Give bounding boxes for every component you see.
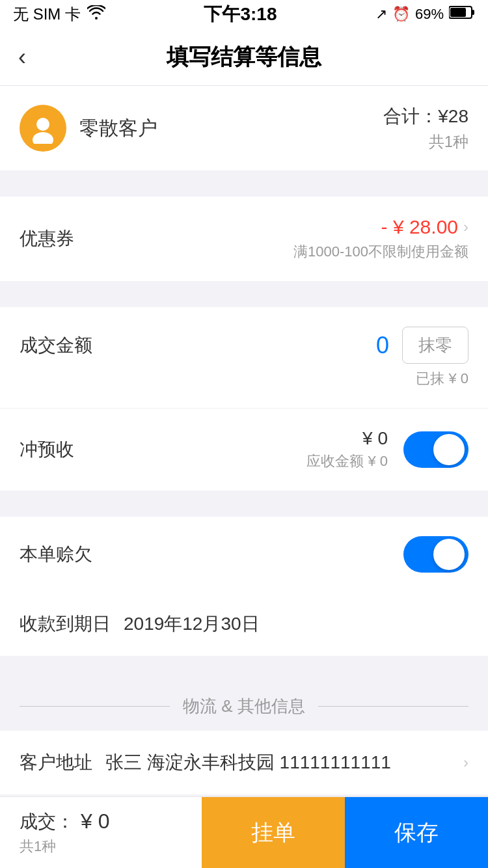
- coupon-row[interactable]: 优惠券 - ¥ 28.00 › 满1000-100不限制使用金额: [0, 197, 488, 281]
- due-date-row: 收款到期日 2019年12月30日: [0, 592, 488, 656]
- address-row[interactable]: 客户地址 张三 海淀永丰科技园 11111111111 ›: [0, 731, 488, 794]
- customer-left: 零散客户: [20, 105, 157, 152]
- customer-total: 合计：¥28: [383, 104, 468, 129]
- svg-point-3: [36, 118, 49, 131]
- transaction-label: 成交金额: [20, 333, 92, 358]
- bottom-deal-amount: ¥ 0: [81, 809, 109, 834]
- already-rounded-text: 已抹 ¥ 0: [20, 369, 468, 388]
- carrier-label: 无 SIM 卡: [13, 4, 81, 25]
- customer-card: 零散客户 合计：¥28 共1种: [0, 86, 488, 170]
- transaction-card: 成交金额 0 抹零 已抹 ¥ 0 冲预收 ¥ 0 应收金额 ¥ 0: [0, 307, 488, 491]
- svg-point-4: [33, 132, 53, 144]
- debt-row: 本单赊欠: [0, 517, 488, 592]
- logistics-divider: 物流 & 其他信息: [20, 695, 468, 718]
- customer-name: 零散客户: [79, 115, 157, 142]
- address-chevron-icon: ›: [463, 753, 468, 772]
- divider-1: [0, 183, 488, 197]
- prereceive-amounts: ¥ 0 应收金额 ¥ 0: [306, 428, 388, 471]
- due-date-value: 2019年12月30日: [124, 612, 260, 636]
- prereceive-toggle[interactable]: [403, 431, 468, 468]
- prereceive-sub-amount: 应收金额 ¥ 0: [306, 452, 388, 471]
- status-left: 无 SIM 卡: [13, 4, 105, 25]
- prereceive-right: ¥ 0 应收金额 ¥ 0: [306, 428, 468, 471]
- battery-pct: 69%: [415, 6, 444, 23]
- logistics-header: 物流 & 其他信息: [0, 682, 488, 731]
- transaction-value: 0: [376, 332, 389, 359]
- customer-avatar: [20, 105, 66, 152]
- coupon-card[interactable]: 优惠券 - ¥ 28.00 › 满1000-100不限制使用金额: [0, 197, 488, 281]
- customer-row: 零散客户 合计：¥28 共1种: [0, 86, 488, 170]
- due-date-label: 收款到期日: [20, 612, 111, 636]
- address-card[interactable]: 客户地址 张三 海淀永丰科技园 11111111111 ›: [0, 731, 488, 794]
- status-right: ↗ ⏰ 69%: [375, 5, 475, 23]
- debt-toggle-knob: [433, 539, 465, 570]
- suspend-button[interactable]: 挂单: [202, 797, 345, 869]
- page-title: 填写结算等信息: [167, 42, 321, 72]
- svg-rect-2: [450, 8, 466, 17]
- status-bar: 无 SIM 卡 下午3:18 ↗ ⏰ 69%: [0, 0, 488, 29]
- transaction-section: 成交金额 0 抹零 已抹 ¥ 0: [0, 307, 488, 409]
- transaction-right: 0 抹零: [376, 327, 468, 364]
- customer-summary: 合计：¥28 共1种: [383, 104, 468, 152]
- alarm-icon: ⏰: [392, 6, 410, 23]
- transaction-row: 成交金额 0 抹零: [20, 327, 468, 364]
- prereceive-main-amount: ¥ 0: [306, 428, 388, 449]
- nav-bar: ‹ 填写结算等信息: [0, 29, 488, 86]
- coupon-amount: - ¥ 28.00: [381, 216, 458, 238]
- coupon-chevron-icon: ›: [463, 218, 468, 236]
- debt-toggle[interactable]: [403, 536, 468, 573]
- bottom-count: 共1种: [20, 837, 182, 856]
- prereceive-section: 冲预收 ¥ 0 应收金额 ¥ 0: [0, 409, 488, 491]
- coupon-right: - ¥ 28.00 › 满1000-100不限制使用金额: [293, 216, 468, 262]
- divider-2: [0, 294, 488, 307]
- prereceive-toggle-knob: [433, 434, 465, 465]
- location-icon: ↗: [375, 6, 387, 23]
- address-value: 张三 海淀永丰科技园 11111111111: [105, 750, 458, 775]
- address-label: 客户地址: [20, 750, 92, 775]
- bottom-deal-label: 成交：: [20, 809, 74, 834]
- logistics-label: 物流 & 其他信息: [183, 695, 305, 718]
- coupon-label: 优惠券: [20, 226, 74, 251]
- prereceive-row: 冲预收 ¥ 0 应收金额 ¥ 0: [20, 428, 468, 471]
- svg-rect-1: [472, 10, 474, 15]
- bottom-bar: 成交： ¥ 0 共1种 挂单 保存: [0, 796, 488, 868]
- bottom-info: 成交： ¥ 0 共1种: [0, 809, 202, 856]
- divider-4: [0, 669, 488, 682]
- customer-count: 共1种: [383, 131, 468, 152]
- back-button[interactable]: ‹: [18, 44, 26, 71]
- coupon-desc: 满1000-100不限制使用金额: [293, 242, 468, 262]
- content-area: 零散客户 合计：¥28 共1种 优惠券 - ¥ 28.00 › 满1000-10…: [0, 86, 488, 868]
- debt-label: 本单赊欠: [20, 542, 92, 567]
- battery-icon: [449, 5, 475, 23]
- wifi-icon: [87, 5, 105, 23]
- round-zero-button[interactable]: 抹零: [402, 327, 468, 364]
- bottom-deal-row: 成交： ¥ 0: [20, 809, 182, 834]
- prereceive-label: 冲预收: [20, 437, 74, 462]
- divider-3: [0, 504, 488, 517]
- status-time: 下午3:18: [204, 2, 277, 27]
- save-button[interactable]: 保存: [345, 797, 488, 869]
- debt-card: 本单赊欠 收款到期日 2019年12月30日: [0, 517, 488, 656]
